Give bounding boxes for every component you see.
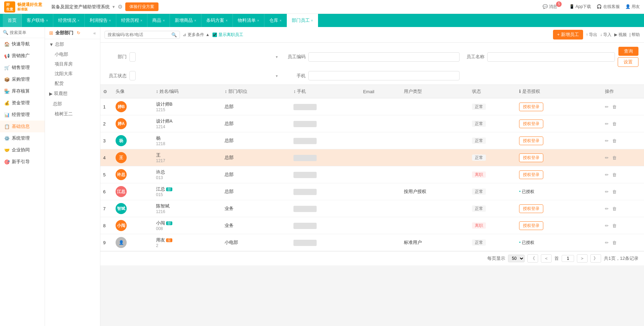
edit-btn[interactable]: ✏ (605, 138, 609, 143)
sidebar-item-inventory[interactable]: 🏪库存核算 (0, 85, 45, 97)
delete-btn[interactable]: 🗑 (612, 240, 617, 245)
trial-btn[interactable]: 体验行业方案 (125, 2, 158, 11)
first-page-btn[interactable]: 《 (527, 254, 538, 263)
search-input-main[interactable] (108, 32, 170, 37)
sidebar-item-collab[interactable]: 🤝企业协同 (0, 144, 45, 156)
dept-select[interactable] (129, 52, 136, 62)
query-btn[interactable]: 查询 (618, 47, 638, 56)
search-input[interactable] (10, 30, 42, 35)
nav-tab-customer[interactable]: 客户联络 × (22, 14, 53, 27)
sidebar-item-purchase[interactable]: 📦采购管理 (0, 73, 45, 85)
sidebar-item-marketing[interactable]: 📢营销推广 (0, 50, 45, 62)
dept-node-peihuo[interactable]: 配货 (45, 79, 100, 88)
video-btn[interactable]: ▶ 视频 (614, 32, 627, 38)
delete-btn[interactable]: 🗑 (612, 104, 617, 109)
help-btn[interactable]: | 帮助 (629, 32, 640, 38)
delete-btn[interactable]: 🗑 (612, 121, 617, 126)
export-btn[interactable]: ↑ 导出 (586, 32, 597, 38)
settings-icon[interactable]: ⚙ (118, 3, 123, 10)
show-resign-toggle[interactable]: 显示离职员工 (212, 32, 243, 38)
dept-node-shuangluxiang[interactable]: ▶ 双鹿想 (45, 88, 100, 99)
more-filter-btn[interactable]: ⊿ 更多条件 ▲ (183, 32, 210, 38)
nav-tab-new-goods[interactable]: 新增商品 × (170, 14, 201, 27)
delete-btn[interactable]: 🗑 (612, 189, 617, 194)
dept-node-zongbu2[interactable]: 总部 (45, 99, 100, 109)
last-page-btn[interactable]: 》 (590, 254, 601, 263)
page-input[interactable] (562, 255, 574, 262)
delete-btn[interactable]: 🗑 (612, 223, 617, 228)
sidebar-item-manage[interactable]: 📊经营管理 (0, 109, 45, 121)
nav-tab-goods[interactable]: 商品 × (147, 14, 170, 27)
auth-login-btn[interactable]: 授权登录 (519, 103, 543, 111)
show-resign-checkbox[interactable] (212, 33, 217, 37)
emp-code-input[interactable] (308, 52, 460, 62)
edit-btn[interactable]: ✏ (605, 104, 609, 109)
prev-page-btn[interactable]: ＜ (541, 254, 552, 263)
nav-tab-bom[interactable]: 物料清单 × (233, 14, 264, 27)
close-icon[interactable]: × (140, 19, 143, 23)
add-employee-btn[interactable]: + 新增员工 (553, 30, 583, 39)
dept-node-zhishu[interactable]: 植树王二 (45, 109, 100, 119)
phone-input[interactable] (308, 71, 460, 80)
refresh-dept-icon[interactable]: ↻ (77, 30, 80, 35)
nav-tab-history[interactable]: 经营历程 × (116, 14, 148, 27)
set-btn[interactable]: 设置 (618, 57, 638, 67)
dept-cell: 业务 (222, 200, 291, 217)
dropdown-arrow-icon[interactable]: ▾ (112, 4, 115, 9)
sidebar-item-home[interactable]: 🏠快速导航 (0, 38, 45, 50)
close-icon[interactable]: × (46, 19, 48, 23)
nav-tab-profit[interactable]: 利润报告 × (85, 14, 116, 27)
sidebar-item-finance[interactable]: 💰资金管理 (0, 97, 45, 109)
delete-btn[interactable]: 🗑 (612, 172, 617, 177)
nav-tab-warehouse[interactable]: 仓库 × (264, 14, 287, 27)
sidebar-item-guide[interactable]: 🎯新手引导 (0, 156, 45, 168)
import-btn[interactable]: ↓ 导入 (600, 32, 611, 38)
edit-btn[interactable]: ✏ (605, 172, 609, 177)
status-select[interactable] (129, 71, 136, 80)
close-icon[interactable]: × (78, 19, 80, 23)
online-service[interactable]: 🎧 在线客服 (597, 4, 619, 10)
edit-btn[interactable]: ✏ (605, 121, 609, 126)
next-page-btn[interactable]: ＞ (577, 254, 588, 263)
auth-login-btn[interactable]: 授权登录 (519, 204, 543, 213)
nav-tab-home[interactable]: 首页 (3, 14, 22, 27)
dept-node-shenyang[interactable]: 沈阳大库 (45, 69, 100, 79)
close-icon[interactable]: × (257, 19, 259, 23)
sidebar-item-basic[interactable]: 📋基础信息 (0, 121, 45, 132)
app-download[interactable]: 📱 App下载 (569, 4, 591, 10)
edit-btn[interactable]: ✏ (605, 223, 609, 228)
delete-btn[interactable]: 🗑 (612, 155, 617, 160)
close-icon[interactable]: × (311, 19, 313, 23)
sidebar-item-sales[interactable]: 🛒销售管理 (0, 62, 45, 73)
collapse-panel-btn[interactable]: « (93, 30, 96, 36)
close-icon[interactable]: × (280, 19, 282, 23)
sidebar-item-system[interactable]: ⚙️系统管理 (0, 132, 45, 144)
user-area[interactable]: 👤 用友 (625, 4, 640, 10)
page-size-select[interactable]: 50 (508, 255, 525, 262)
nav-tab-operation[interactable]: 经营情况 × (53, 14, 85, 27)
settings-col-icon[interactable]: ⚙ (103, 89, 107, 94)
message-area[interactable]: 💬 消息 5 (543, 4, 564, 10)
delete-btn[interactable]: 🗑 (612, 206, 617, 211)
delete-btn[interactable]: 🗑 (612, 138, 617, 143)
auth-login-btn[interactable]: 授权登录 (519, 153, 543, 162)
nav-tab-barcode[interactable]: 条码方案 × (201, 14, 233, 27)
dept-node-project[interactable]: 项目库房 (45, 59, 100, 69)
edit-btn[interactable]: ✏ (605, 240, 609, 245)
close-icon[interactable]: × (226, 19, 228, 23)
edit-btn[interactable]: ✏ (605, 155, 609, 160)
nav-tab-dept[interactable]: 部门员工 × (287, 14, 318, 27)
auth-login-btn[interactable]: 授权登录 (519, 120, 543, 128)
dept-node-xiaodian[interactable]: 小电部 (45, 50, 100, 59)
auth-login-btn[interactable]: 授权登录 (519, 170, 543, 179)
search-submit-icon[interactable]: 🔍 (171, 32, 177, 37)
auth-login-btn[interactable]: 授权登录 (519, 136, 543, 145)
edit-btn[interactable]: ✏ (605, 189, 609, 194)
edit-btn[interactable]: ✏ (605, 206, 609, 211)
close-icon[interactable]: × (109, 19, 111, 23)
auth-login-btn[interactable]: 授权登录 (519, 221, 543, 230)
close-icon[interactable]: × (194, 19, 196, 23)
dept-node-zongbu-parent[interactable]: ▼ 总部 (45, 39, 100, 50)
close-icon[interactable]: × (163, 19, 165, 23)
emp-name-input[interactable] (487, 52, 615, 62)
